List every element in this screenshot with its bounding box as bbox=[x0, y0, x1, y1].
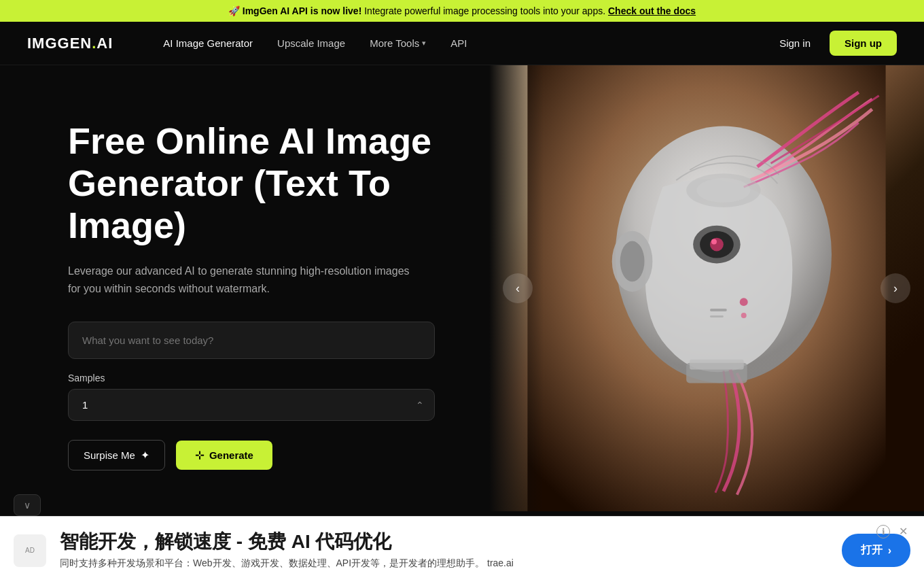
navbar-actions: Sign in Sign up bbox=[768, 31, 897, 56]
signup-button[interactable]: Sign up bbox=[830, 31, 897, 56]
svg-point-12 bbox=[740, 298, 748, 306]
logo-dot: . bbox=[92, 35, 96, 52]
svg-point-11 bbox=[696, 178, 751, 203]
hero-image bbox=[489, 65, 924, 511]
nav-api[interactable]: API bbox=[441, 32, 476, 54]
hero-image-container: ‹ › bbox=[489, 65, 924, 511]
samples-select-wrap: 1 2 3 4 ⌃ bbox=[68, 389, 435, 421]
svg-rect-15 bbox=[710, 315, 724, 317]
hero-title: Free Online AI Image Generator (Text To … bbox=[68, 120, 448, 246]
nav-upscale-image[interactable]: Upscale Image bbox=[268, 32, 355, 54]
banner-link[interactable]: Check out the docs bbox=[608, 5, 696, 16]
carousel-prev-icon: ‹ bbox=[516, 281, 520, 296]
top-banner: 🚀 ImgGen AI API is now live! Integrate p… bbox=[0, 0, 924, 22]
sparkle-icon: ✦ bbox=[141, 449, 149, 462]
banner-desc: Integrate powerful image processing tool… bbox=[364, 5, 605, 16]
samples-select[interactable]: 1 2 3 4 bbox=[68, 389, 435, 421]
nav-more-tools[interactable]: More Tools ▾ bbox=[360, 32, 436, 54]
nav-links: AI Image Generator Upscale Image More To… bbox=[154, 32, 768, 54]
generate-button[interactable]: ⊹ Generate bbox=[176, 441, 272, 470]
banner-rocket: 🚀 bbox=[228, 5, 240, 16]
svg-point-4 bbox=[710, 238, 724, 252]
banner-bold: ImgGen AI API is now live! bbox=[243, 5, 362, 16]
robot-illustration bbox=[489, 65, 924, 511]
navbar: IMGGEN.AI AI Image Generator Upscale Ima… bbox=[0, 22, 924, 65]
carousel-prev-button[interactable]: ‹ bbox=[503, 273, 533, 303]
carousel-next-icon: › bbox=[893, 281, 898, 296]
expand-button[interactable]: ∨ bbox=[14, 494, 41, 511]
signin-button[interactable]: Sign in bbox=[768, 32, 821, 54]
surprise-me-label: Surpise Me bbox=[84, 449, 135, 461]
prompt-input[interactable] bbox=[68, 322, 435, 359]
samples-label: Samples bbox=[68, 373, 448, 383]
action-row: Surpise Me ✦ ⊹ Generate bbox=[68, 440, 448, 470]
svg-point-5 bbox=[711, 239, 717, 245]
hero-description: Leverage our advanced AI to generate stu… bbox=[68, 262, 421, 297]
logo[interactable]: IMGGEN.AI bbox=[27, 35, 113, 52]
surprise-me-button[interactable]: Surpise Me ✦ bbox=[68, 440, 165, 470]
svg-rect-14 bbox=[710, 309, 727, 311]
svg-point-7 bbox=[620, 241, 645, 282]
hero-right: ‹ › bbox=[489, 65, 924, 511]
main-content: Free Online AI Image Generator (Text To … bbox=[0, 65, 924, 511]
hero-left: Free Online AI Image Generator (Text To … bbox=[0, 65, 489, 511]
generate-icon: ⊹ bbox=[195, 449, 204, 462]
generate-label: Generate bbox=[209, 449, 253, 461]
carousel-next-button[interactable]: › bbox=[881, 273, 910, 303]
chevron-down-icon: ∨ bbox=[24, 500, 31, 511]
chevron-down-icon: ▾ bbox=[422, 39, 426, 48]
svg-rect-9 bbox=[690, 360, 744, 370]
nav-ai-image-generator[interactable]: AI Image Generator bbox=[154, 32, 262, 54]
svg-point-13 bbox=[741, 313, 747, 318]
nav-more-tools-label: More Tools bbox=[370, 37, 419, 49]
